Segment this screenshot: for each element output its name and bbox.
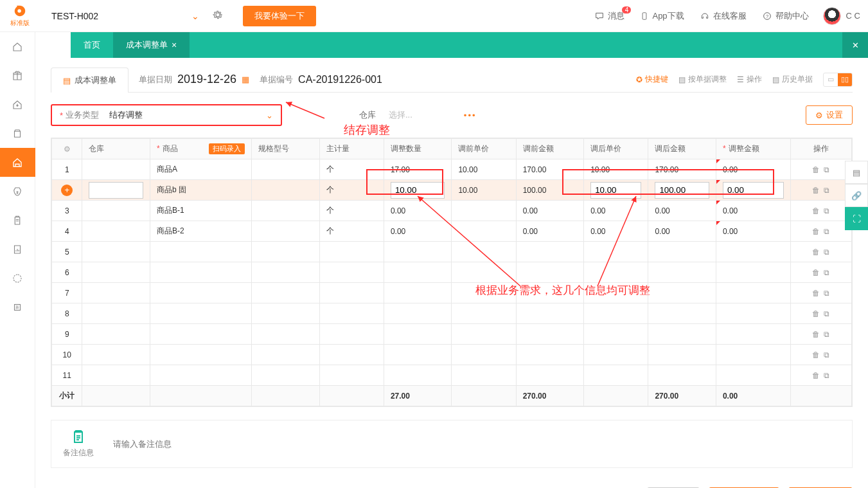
warehouse-select[interactable]: 仓库 选择... <box>359 109 412 121</box>
adj-input[interactable] <box>723 182 784 199</box>
svg-text:?: ? <box>766 13 768 19</box>
delete-row-icon[interactable]: 🗑 <box>812 248 820 257</box>
delete-row-icon[interactable]: 🗑 <box>812 350 820 359</box>
org-select[interactable]: TEST-H002 ⌄ <box>45 6 206 26</box>
table-row[interactable]: 7🗑⧉ <box>52 283 852 303</box>
sidebar-item-new[interactable]: 新 <box>0 293 35 321</box>
right-rail: ▤ 🔗 ⛶ <box>845 161 868 230</box>
column-config-button[interactable]: ⚙ <box>52 139 82 159</box>
tab-bar: 首页 成本调整单 × ✕ <box>71 32 868 58</box>
sidebar-item-sync[interactable] <box>0 264 35 293</box>
wh-input[interactable] <box>89 182 143 199</box>
table-row[interactable]: 10🗑⧉ <box>52 345 852 365</box>
sidebar-item-warehouse[interactable] <box>0 148 35 177</box>
copy-row-icon[interactable]: ⧉ <box>824 268 829 277</box>
rail-note-button[interactable]: ▤ <box>845 161 868 184</box>
apost-input[interactable] <box>655 182 709 199</box>
delete-row-icon[interactable]: 🗑 <box>812 289 820 298</box>
table-row[interactable]: 1商品A个17.0010.00170.0010.00170.000.00🗑⧉ <box>52 159 852 180</box>
view-list-icon[interactable]: ▭ <box>824 73 838 86</box>
copy-row-icon[interactable]: ⧉ <box>824 371 829 380</box>
table-row[interactable]: 4商品B-2个0.000.000.000.000.00🗑⧉ <box>52 221 852 242</box>
copy-row-icon[interactable]: ⧉ <box>824 165 829 174</box>
sidebar-item-gift[interactable] <box>0 61 35 90</box>
history-link[interactable]: ▤ 历史单据 <box>772 74 813 85</box>
sidebar-item-box[interactable] <box>0 119 35 148</box>
document-header: ▤ 成本调整单 单据日期 2019-12-26 ▦ 单据编号 CA-201912… <box>35 58 868 92</box>
sidebar-item-clipboard[interactable] <box>0 206 35 235</box>
copy-row-icon[interactable]: ⧉ <box>824 350 829 359</box>
calendar-icon[interactable]: ▦ <box>242 75 249 84</box>
close-icon[interactable]: × <box>172 40 177 50</box>
add-row-icon[interactable]: + <box>61 185 73 196</box>
delete-row-icon[interactable]: 🗑 <box>812 330 820 339</box>
trial-button[interactable]: 我要体验一下 <box>243 6 316 26</box>
user-name: C C <box>846 11 860 21</box>
tab-home[interactable]: 首页 <box>71 32 113 58</box>
delete-row-icon[interactable]: 🗑 <box>812 227 820 236</box>
copy-row-icon[interactable]: ⧉ <box>824 227 829 236</box>
table-row[interactable]: 5🗑⧉ <box>52 242 852 262</box>
tab-bar-close[interactable]: ✕ <box>842 32 868 58</box>
sidebar-item-in[interactable] <box>0 90 35 119</box>
delete-row-icon[interactable]: 🗑 <box>812 309 820 318</box>
rail-fullscreen-button[interactable]: ⛶ <box>845 207 868 230</box>
copy-row-icon[interactable]: ⧉ <box>824 330 829 339</box>
view-grid-icon[interactable]: ▯▯ <box>838 73 852 86</box>
headset-icon <box>700 11 710 21</box>
col-unit: 主计量 <box>319 139 384 159</box>
sidebar-item-report[interactable] <box>0 235 35 264</box>
single-doc-link[interactable]: ▤ 按单据调整 <box>678 74 727 85</box>
messages-link[interactable]: 消息 4 <box>594 10 624 22</box>
qty-input[interactable] <box>391 182 445 199</box>
col-adj: *调整金额 <box>716 139 790 159</box>
chevron-down-icon: ⌄ <box>191 11 199 21</box>
tab-cost-adjustment[interactable]: 成本调整单 × <box>113 32 190 58</box>
more-icon[interactable]: ••• <box>464 111 477 120</box>
gear-icon: ⚙ <box>815 111 823 120</box>
rail-link-button[interactable]: 🔗 <box>845 184 868 207</box>
delete-row-icon[interactable]: 🗑 <box>812 206 820 215</box>
doc-date: 单据日期 2019-12-26 ▦ <box>139 73 249 86</box>
sidebar-item-money[interactable] <box>0 177 35 206</box>
operate-link[interactable]: ☰ 操作 <box>737 74 762 85</box>
copy-row-icon[interactable]: ⧉ <box>824 206 829 215</box>
col-upre: 调前单价 <box>452 139 516 159</box>
gear-icon <box>212 9 224 21</box>
table-row[interactable]: 11🗑⧉ <box>52 365 852 386</box>
delete-row-icon[interactable]: 🗑 <box>812 165 820 174</box>
scan-tag[interactable]: 扫码录入 <box>209 143 245 154</box>
view-toggle[interactable]: ▭ ▯▯ <box>823 73 853 87</box>
avatar[interactable] <box>823 7 841 25</box>
hotkey-link[interactable]: ✪ 快捷键 <box>636 74 668 85</box>
table-row[interactable]: 9🗑⧉ <box>52 324 852 345</box>
note-icon <box>71 429 86 445</box>
business-type-select[interactable]: * 业务类型 结存调整 ⌄ <box>51 104 282 126</box>
copy-row-icon[interactable]: ⧉ <box>824 309 829 318</box>
table-row[interactable]: 3商品B-1个0.000.000.000.000.00🗑⧉ <box>52 201 852 221</box>
copy-row-icon[interactable]: ⧉ <box>824 248 829 257</box>
customer-service-link[interactable]: 在线客服 <box>700 10 747 22</box>
settings-button[interactable]: ⚙ 设置 <box>806 105 853 125</box>
copy-row-icon[interactable]: ⧉ <box>824 186 829 195</box>
copy-row-icon[interactable]: ⧉ <box>824 289 829 298</box>
org-settings-button[interactable] <box>212 9 224 23</box>
upost-input[interactable] <box>590 182 641 199</box>
table-row[interactable]: 8🗑⧉ <box>52 303 852 324</box>
doc-number: 单据编号 CA-20191226-001 <box>260 74 382 86</box>
help-center-link[interactable]: ? 帮助中心 <box>762 10 809 22</box>
app-download-link[interactable]: App下载 <box>640 10 684 22</box>
main-content: 首页 成本调整单 × ✕ ▤ 成本调整单 单据日期 2019-12-26 ▦ 单… <box>35 32 868 488</box>
col-product: *商品扫码录入 <box>150 139 251 159</box>
col-apost: 调后金额 <box>648 139 716 159</box>
document-tab[interactable]: ▤ 成本调整单 <box>51 68 128 93</box>
delete-row-icon[interactable]: 🗑 <box>812 371 820 380</box>
delete-row-icon[interactable]: 🗑 <box>812 268 820 277</box>
remark-input[interactable] <box>113 439 840 449</box>
svg-rect-0 <box>643 12 647 19</box>
table-row[interactable]: +商品b 固个10.00100.00🗑⧉ <box>52 180 852 201</box>
table-row[interactable]: 6🗑⧉ <box>52 262 852 283</box>
delete-row-icon[interactable]: 🗑 <box>812 186 820 195</box>
sidebar-item-home[interactable] <box>0 32 35 61</box>
top-bar: 标准版 TEST-H002 ⌄ 我要体验一下 消息 4 App下载 在线客服 ?… <box>0 0 868 32</box>
